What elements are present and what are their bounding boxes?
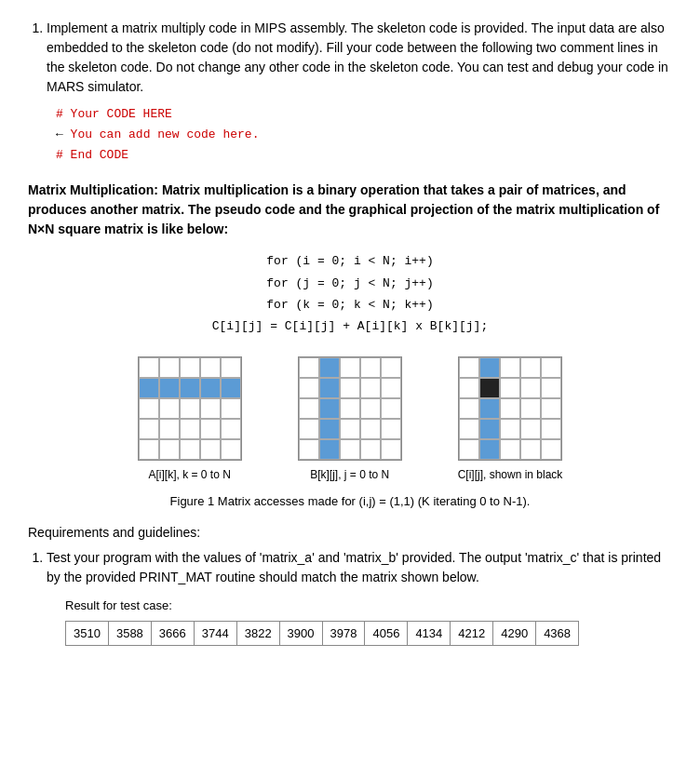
- matrix-c-wrapper: C[i][j], shown in black: [458, 356, 563, 483]
- matrix-cell: [180, 357, 200, 378]
- table-cell: 3978: [322, 621, 365, 646]
- matrix-cell: [459, 357, 479, 378]
- matrix-cell-black: [479, 378, 500, 398]
- matrix-cell-blue: [479, 398, 500, 419]
- code-line-2-text: You can add new code here.: [63, 128, 260, 141]
- table-cell: 3666: [151, 621, 194, 646]
- matrix-cell: [520, 378, 541, 398]
- pseudo-line-4: C[i][j] = C[i][j] + A[i][k] x B[k][j];: [28, 315, 672, 337]
- table-row: 3510358836663744382239003978405641344212…: [66, 621, 579, 646]
- requirement-item-1: Test your program with the values of 'ma…: [47, 548, 672, 646]
- matrix-cell: [459, 398, 479, 419]
- matrix-cell-blue: [319, 439, 340, 460]
- matrix-b-wrapper: B[k][j], j = 0 to N: [298, 356, 402, 483]
- section-header: Matrix Multiplication: Matrix multiplica…: [28, 181, 672, 239]
- code-block: # Your CODE HERE ← You can add new code …: [47, 104, 672, 166]
- requirements-title: Requirements and guidelines:: [28, 523, 672, 543]
- figure-caption: Figure 1 Matrix accesses made for (i,j) …: [28, 492, 672, 511]
- matrix-cell: [299, 439, 319, 460]
- matrix-cell: [159, 398, 180, 419]
- code-line-3: # End CODE: [56, 145, 672, 166]
- matrix-cell: [541, 398, 561, 419]
- table-cell: 3588: [108, 621, 151, 646]
- matrix-cell-blue: [479, 419, 500, 439]
- matrix-cell: [520, 419, 541, 439]
- requirements-list: Test your program with the values of 'ma…: [28, 548, 672, 646]
- table-cell: 3822: [236, 621, 279, 646]
- matrix-cell: [541, 378, 561, 398]
- matrix-cell: [360, 357, 381, 378]
- intro-paragraph: Implement a matrix multiply code in MIPS…: [47, 19, 672, 97]
- matrix-cell: [381, 378, 401, 398]
- matrix-cell: [200, 439, 221, 460]
- matrix-b-label: B[k][j], j = 0 to N: [310, 466, 389, 483]
- matrix-cell: [381, 357, 401, 378]
- matrix-cell: [340, 378, 360, 398]
- matrix-cell-blue: [221, 378, 241, 398]
- matrix-cell: [221, 439, 241, 460]
- matrix-cell-blue: [200, 378, 221, 398]
- matrix-cell: [541, 357, 561, 378]
- matrix-cell: [139, 419, 159, 439]
- matrix-cell: [541, 419, 561, 439]
- matrix-c-grid: [458, 356, 562, 461]
- matrix-cell: [459, 439, 479, 460]
- matrix-cell: [299, 398, 319, 419]
- matrix-cell: [139, 439, 159, 460]
- matrix-cell: [200, 357, 221, 378]
- matrix-cell: [500, 419, 520, 439]
- matrix-cell-blue: [319, 357, 340, 378]
- matrix-cell: [180, 398, 200, 419]
- result-table: 3510358836663744382239003978405641344212…: [65, 621, 579, 647]
- code-line-2: ← You can add new code here.: [56, 125, 672, 145]
- matrix-cell-blue: [319, 398, 340, 419]
- matrix-b-grid: [298, 356, 402, 461]
- matrix-cell: [500, 398, 520, 419]
- matrix-cell: [139, 357, 159, 378]
- matrix-cell: [299, 378, 319, 398]
- matrix-cell-blue: [319, 378, 340, 398]
- matrix-cell: [520, 357, 541, 378]
- matrix-cell: [360, 378, 381, 398]
- pseudo-line-1: for (i = 0; i < N; i++): [28, 250, 672, 272]
- matrix-cell: [159, 357, 180, 378]
- requirement-text-1: Test your program with the values of 'ma…: [47, 548, 672, 587]
- matrix-cell: [221, 357, 241, 378]
- matrix-cell: [520, 439, 541, 460]
- table-cell: 4212: [451, 621, 493, 646]
- matrix-c-label: C[i][j], shown in black: [458, 466, 563, 483]
- result-label: Result for test case:: [65, 597, 672, 615]
- table-cell: 4368: [536, 621, 579, 646]
- table-cell: 3510: [66, 621, 109, 646]
- matrix-cell: [360, 419, 381, 439]
- matrix-cell: [200, 419, 221, 439]
- matrix-cell: [520, 398, 541, 419]
- matrix-cell: [159, 439, 180, 460]
- pseudo-line-3: for (k = 0; k < N; k++): [28, 294, 672, 315]
- matrix-cell-blue: [139, 378, 159, 398]
- matrix-cell: [381, 439, 401, 460]
- list-item-1: Implement a matrix multiply code in MIPS…: [47, 19, 672, 166]
- matrix-cell-blue: [479, 357, 500, 378]
- matrix-cell: [221, 398, 241, 419]
- matrix-cell: [340, 398, 360, 419]
- arrow-icon: ←: [56, 128, 63, 141]
- matrix-cell: [221, 419, 241, 439]
- matrix-cell: [541, 439, 561, 460]
- matrix-cell: [500, 357, 520, 378]
- matrix-cell: [180, 419, 200, 439]
- matrix-cell: [500, 439, 520, 460]
- matrix-cell: [459, 419, 479, 439]
- matrix-cell: [139, 398, 159, 419]
- matrix-cell-blue: [180, 378, 200, 398]
- pseudo-line-2: for (j = 0; j < N; j++): [28, 273, 672, 294]
- matrix-cell: [340, 419, 360, 439]
- matrix-a-label: A[i][k], k = 0 to N: [148, 466, 230, 483]
- pseudo-code-block: for (i = 0; i < N; i++) for (j = 0; j < …: [28, 250, 672, 338]
- matrix-cell-blue: [319, 419, 340, 439]
- matrix-cell: [381, 419, 401, 439]
- matrix-cell-blue: [479, 439, 500, 460]
- matrix-a-wrapper: A[i][k], k = 0 to N: [138, 356, 242, 483]
- code-line-1: # Your CODE HERE: [56, 104, 672, 125]
- matrix-cell: [299, 357, 319, 378]
